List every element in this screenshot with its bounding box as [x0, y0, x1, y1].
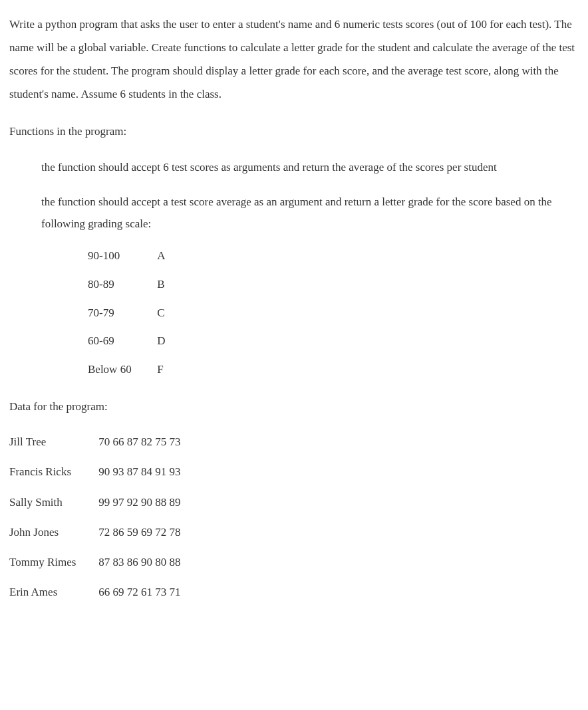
functions-heading: Functions in the program: — [9, 120, 579, 143]
grade-letter: A — [157, 247, 165, 266]
problem-statement: Write a python program that asks the use… — [9, 13, 579, 106]
grade-row: 60-69 D — [9, 332, 579, 351]
student-scores: 72 86 59 69 72 78 — [98, 523, 180, 541]
student-scores: 99 97 92 90 88 89 — [98, 493, 180, 511]
grade-range: 60-69 — [88, 332, 154, 351]
grade-range: 90-100 — [88, 247, 154, 266]
student-scores: 70 66 87 82 75 73 — [98, 433, 180, 451]
student-row: Erin Ames 66 69 72 61 73 71 — [9, 583, 579, 601]
function-desc-2: the function should accept a test score … — [9, 191, 579, 235]
student-scores: 66 69 72 61 73 71 — [98, 583, 180, 601]
grade-letter: F — [157, 360, 163, 380]
student-name: John Jones — [9, 523, 96, 541]
student-row: Tommy Rimes 87 83 86 90 80 88 — [9, 553, 579, 571]
data-heading: Data for the program: — [9, 396, 579, 418]
grade-row: 70-79 C — [9, 304, 579, 323]
student-name: Sally Smith — [9, 493, 96, 511]
student-row: Sally Smith 99 97 92 90 88 89 — [9, 493, 579, 511]
student-scores: 90 93 87 84 91 93 — [98, 463, 180, 481]
grade-row: 80-89 B — [9, 275, 579, 295]
grade-letter: D — [157, 332, 165, 351]
grade-letter: B — [157, 275, 164, 295]
student-name: Tommy Rimes — [9, 553, 96, 571]
grade-row: 90-100 A — [9, 247, 579, 266]
student-row: John Jones 72 86 59 69 72 78 — [9, 523, 579, 541]
grade-range: 70-79 — [88, 304, 154, 323]
student-scores: 87 83 86 90 80 88 — [98, 553, 180, 571]
grade-range: Below 60 — [88, 360, 154, 380]
student-name: Francis Ricks — [9, 463, 96, 481]
student-row: Francis Ricks 90 93 87 84 91 93 — [9, 463, 579, 481]
student-name: Jill Tree — [9, 433, 96, 451]
student-row: Jill Tree 70 66 87 82 75 73 — [9, 433, 579, 451]
grade-letter: C — [157, 304, 164, 323]
function-desc-1: the function should accept 6 test scores… — [9, 156, 579, 178]
student-name: Erin Ames — [9, 583, 96, 601]
grade-range: 80-89 — [88, 275, 154, 295]
grade-row: Below 60 F — [9, 360, 579, 380]
